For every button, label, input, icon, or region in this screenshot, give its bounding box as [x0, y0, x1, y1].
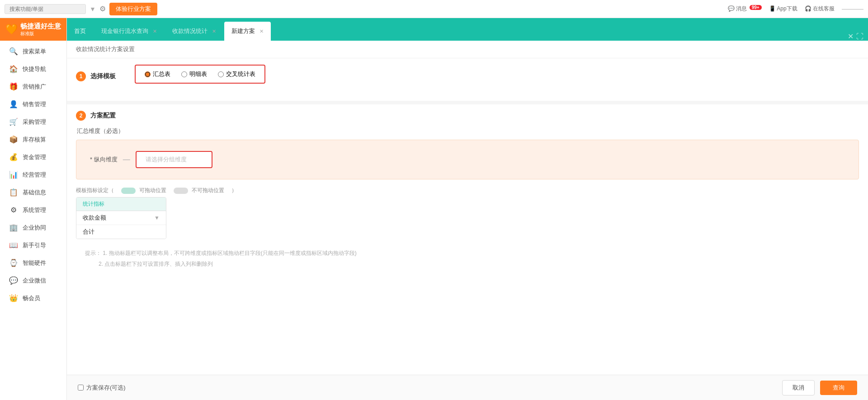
hints-section: 提示： 1. 拖动标题栏可以调整布局，不可跨维度或指标区域拖动栏目字段(只能在同…: [76, 240, 859, 277]
message-area[interactable]: 💬 消息 99+: [728, 5, 762, 13]
message-label: 消息: [736, 5, 747, 12]
hint2: 2. 点击标题栏下拉可设置排序、插入列和删除列: [85, 259, 850, 269]
finance-icon: 💰: [9, 153, 18, 161]
save-checkbox[interactable]: [78, 385, 84, 391]
tab-close-button[interactable]: ✕: [848, 32, 854, 41]
step1-label: 选择模板: [90, 72, 116, 80]
template-options: 汇总表 明细表 交叉统计表: [135, 65, 265, 84]
tab-collection-stat-close[interactable]: ✕: [212, 28, 216, 34]
sidebar-item-purchase[interactable]: 🛒 采购管理: [0, 113, 66, 131]
sidebar-label-finance: 资金管理: [23, 153, 46, 161]
step1-header: 1 选择模板 汇总表 明细表: [76, 65, 859, 88]
save-checkbox-row: 方案保存(可选): [78, 384, 777, 392]
cancel-button[interactable]: 取消: [782, 380, 815, 395]
bottom-bar: 方案保存(可选) 取消 查询: [67, 375, 868, 400]
tab-cash-bank-close[interactable]: ✕: [153, 28, 157, 34]
hint-text1: 1. 拖动标题栏可以调整布局，不可跨维度或指标区域拖动栏目字段(只能在同一维度或…: [103, 250, 356, 256]
sidebar-item-search-menu[interactable]: 🔍 搜索菜单: [0, 42, 66, 60]
sidebar-label-system: 系统管理: [23, 206, 46, 214]
indicator-title-close-paren: ）: [231, 187, 237, 194]
sidebar-item-inventory[interactable]: 📦 库存核算: [0, 131, 66, 148]
indicator-legend-drag: 可拖动位置: [121, 187, 166, 194]
indicator-label-collection: 收款金额: [83, 214, 106, 222]
hint-prefix1: 提示：: [85, 250, 101, 256]
sidebar-item-guide[interactable]: 📖 新手引导: [0, 236, 66, 254]
download-area[interactable]: 📱 App下载: [769, 5, 797, 13]
hint1: 提示： 1. 拖动标题栏可以调整布局，不可跨维度或指标区域拖动栏目字段(只能在同…: [85, 248, 850, 259]
sidebar-label-smart-hw: 智能硬件: [23, 259, 46, 267]
page-body: 收款情况统计方案设置 1 选择模板 汇总表: [67, 41, 868, 375]
radio-summary-input[interactable]: [145, 71, 151, 77]
radio-summary-label: 汇总表: [153, 70, 170, 78]
sidebar-label-basic-info: 基础信息: [23, 188, 46, 197]
trial-button[interactable]: 体验行业方案: [109, 3, 157, 15]
vertical-dim-label: * 纵向维度: [90, 155, 118, 164]
sidebar-menu: 🔍 搜索菜单 🏠 快捷导航 🎁 营销推广 👤 销售管理 🛒 采购管理 📦: [0, 41, 66, 400]
sidebar-label-search-menu: 搜索菜单: [23, 47, 46, 56]
system-icon: ⚙: [9, 206, 18, 214]
top-bar-right: 💬 消息 99+ 📱 App下载 🎧 在线客服 ————: [728, 5, 863, 13]
sidebar-item-quick-nav[interactable]: 🏠 快捷导航: [0, 60, 66, 78]
tab-collection-stat[interactable]: 收款情况统计 ✕: [165, 22, 223, 41]
sidebar: 🧡 畅捷通好生意 标准版 🔍 搜索菜单 🏠 快捷导航 🎁 营销推广 👤 销售管理: [0, 18, 67, 400]
tab-cash-bank-label: 现金银行流水查询: [101, 27, 148, 35]
search-input[interactable]: [5, 4, 86, 14]
radio-detail-input[interactable]: [181, 71, 187, 77]
basic-info-icon: 📋: [9, 188, 18, 197]
step2-label: 方案配置: [90, 112, 116, 120]
enterprise-icon: 🏢: [9, 223, 18, 232]
sidebar-item-enterprise[interactable]: 🏢 企业协同: [0, 219, 66, 236]
sidebar-item-sales[interactable]: 👤 销售管理: [0, 95, 66, 113]
sidebar-item-basic-info[interactable]: 📋 基础信息: [0, 184, 66, 201]
dropdown-icon[interactable]: ▼: [90, 5, 96, 13]
indicator-table-header: 统计指标: [76, 198, 166, 211]
dim-arrow: —: [123, 155, 130, 164]
radio-cross[interactable]: 交叉统计表: [218, 70, 255, 78]
query-button[interactable]: 查询: [820, 381, 857, 395]
step2-num: 2: [76, 111, 86, 121]
indicator-row-total: 合计: [76, 225, 166, 239]
notification-badge: 99+: [750, 5, 762, 10]
drag-legend-dot: [121, 188, 136, 194]
tab-new-plan[interactable]: 新建方案 ✕: [224, 22, 271, 41]
sidebar-item-finance[interactable]: 💰 资金管理: [0, 148, 66, 166]
sidebar-item-system[interactable]: ⚙ 系统管理: [0, 201, 66, 219]
sidebar-label-marketing: 营销推广: [23, 83, 46, 91]
sidebar-item-operations[interactable]: 📊 经营管理: [0, 166, 66, 184]
radio-summary[interactable]: 汇总表: [145, 70, 170, 78]
step2-header: 2 方案配置: [76, 111, 859, 121]
indicator-label-total: 合计: [83, 228, 94, 236]
radio-cross-input[interactable]: [218, 71, 224, 77]
message-icon: 💬: [728, 5, 735, 12]
sidebar-item-smart-hw[interactable]: ⌚ 智能硬件: [0, 254, 66, 272]
tab-home[interactable]: 首页: [67, 22, 93, 41]
tab-cash-bank[interactable]: 现金银行流水查询 ✕: [94, 22, 164, 41]
tab-expand-button[interactable]: ⛶: [856, 33, 863, 41]
step1-section: 1 选择模板 汇总表 明细表: [67, 58, 868, 101]
nodrag-legend-label: 不可拖动位置: [192, 187, 224, 194]
sidebar-item-marketing[interactable]: 🎁 营销推广: [0, 78, 66, 95]
user-info[interactable]: ————: [842, 6, 863, 12]
tab-new-plan-close[interactable]: ✕: [259, 28, 264, 34]
indicator-section: 模板指标设定（ 可拖动位置 不可拖动位置 ）: [76, 187, 859, 240]
service-area[interactable]: 🎧 在线客服: [805, 5, 835, 13]
section-separator: [67, 101, 868, 104]
radio-detail-label: 明细表: [189, 70, 207, 78]
service-icon: 🎧: [805, 5, 811, 12]
tab-home-label: 首页: [74, 27, 86, 35]
indicator-dropdown-collection[interactable]: ▼: [154, 215, 160, 221]
app-subtitle: 标准版: [20, 31, 61, 37]
purchase-icon: 🛒: [9, 118, 18, 126]
inventory-icon: 📦: [9, 135, 18, 144]
group-dimension-select[interactable]: 请选择分组维度: [136, 151, 212, 168]
sidebar-item-wechat[interactable]: 💬 企业微信: [0, 272, 66, 289]
save-checkbox-label: 方案保存(可选): [86, 384, 126, 392]
sidebar-label-inventory: 库存核算: [23, 136, 46, 144]
sidebar-item-member[interactable]: 👑 畅会员: [0, 289, 66, 307]
radio-detail[interactable]: 明细表: [181, 70, 207, 78]
indicator-table: 统计指标 收款金额 ▼ 合计: [76, 197, 166, 239]
indicator-legend-nodrag: 不可拖动位置: [174, 187, 224, 194]
sales-icon: 👤: [9, 100, 18, 108]
dimension-area: * 纵向维度 — 请选择分组维度: [76, 140, 859, 179]
gear-icon[interactable]: ⚙: [99, 5, 106, 13]
